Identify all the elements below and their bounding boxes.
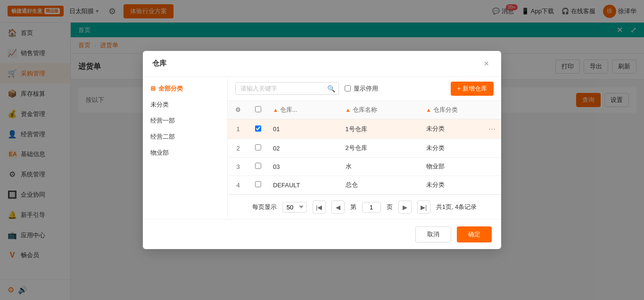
- category-dept1[interactable]: 经营一部: [143, 113, 227, 129]
- th-name: ▲ 仓库名称: [340, 101, 421, 119]
- th-settings: ⚙: [228, 101, 248, 119]
- modal-close-button[interactable]: ×: [481, 58, 492, 69]
- collapse-panel-button[interactable]: 《: [227, 141, 228, 156]
- show-disabled-label[interactable]: 显示停用: [345, 84, 378, 93]
- pagination-bar: 每页显示 50 10 20 100 |◀ ◀ 第 页 ▶ ▶| 共1页, 4条记…: [228, 194, 501, 219]
- row-checkbox-cell: [248, 176, 267, 194]
- row-checkbox-cell: [248, 139, 267, 158]
- table-row[interactable]: 4 DEFAULT 总仓 未分类: [228, 176, 501, 194]
- total-info: 共1页, 4条记录: [436, 203, 477, 211]
- row-code: 01: [267, 119, 340, 139]
- modal-header: 仓库 ×: [143, 51, 501, 77]
- row-checkbox[interactable]: [255, 181, 261, 187]
- category-unclassified[interactable]: 未分类: [143, 97, 227, 113]
- table-row[interactable]: 3 03 水 物业部: [228, 158, 501, 176]
- prev-page-button[interactable]: ◀: [331, 200, 345, 214]
- row-code: 03: [267, 158, 340, 176]
- modal-overlay[interactable]: 仓库 × ⊞ 全部分类 未分类 经营一部 经营二部: [0, 0, 644, 300]
- row-num: 1: [228, 119, 248, 139]
- th-code: ▲ 仓库...: [267, 101, 340, 119]
- search-icon[interactable]: 🔍: [327, 85, 335, 92]
- page-unit: 页: [387, 203, 393, 211]
- first-page-button[interactable]: |◀: [313, 200, 326, 214]
- row-checkbox-cell: [248, 158, 267, 176]
- table-row[interactable]: 2 02 2号仓库 未分类: [228, 139, 501, 158]
- modal-body: ⊞ 全部分类 未分类 经营一部 经营二部 物业部 《: [143, 77, 501, 220]
- row-name: 2号仓库: [340, 139, 421, 158]
- sort-icon-cat: ▲: [426, 107, 431, 113]
- row-category: 物业部: [421, 158, 501, 176]
- row-code: DEFAULT: [267, 176, 340, 194]
- sort-icon-name: ▲: [346, 107, 351, 113]
- category-all[interactable]: ⊞ 全部分类: [143, 81, 227, 97]
- per-page-select[interactable]: 50 10 20 100: [282, 202, 307, 213]
- th-category-label: 仓库分类: [433, 106, 458, 114]
- category-dept1-label: 经营一部: [150, 117, 175, 125]
- th-code-label: 仓库...: [280, 106, 297, 114]
- page-number-input[interactable]: [362, 202, 381, 213]
- category-property[interactable]: 物业部: [143, 145, 227, 161]
- modal-category-panel: ⊞ 全部分类 未分类 经营一部 经营二部 物业部 《: [143, 77, 228, 220]
- row-name: 1号仓库: [340, 119, 421, 139]
- modal-title: 仓库: [152, 59, 166, 68]
- th-checkbox: [248, 101, 267, 119]
- page-label: 第: [350, 203, 356, 211]
- show-disabled-text: 显示停用: [354, 84, 378, 93]
- row-category: 未分类···: [421, 119, 501, 139]
- warehouse-table: ⚙ ▲ 仓库... ▲: [228, 101, 501, 195]
- row-checkbox-cell: [248, 119, 267, 139]
- row-code: 02: [267, 139, 340, 158]
- th-category: ▲ 仓库分类: [421, 101, 501, 119]
- cancel-button[interactable]: 取消: [415, 226, 451, 242]
- row-name: 水: [340, 158, 421, 176]
- per-page-label: 每页显示: [252, 203, 277, 211]
- warehouse-table-wrap: ⚙ ▲ 仓库... ▲: [228, 101, 501, 195]
- row-checkbox[interactable]: [255, 125, 261, 132]
- row-checkbox[interactable]: [255, 144, 261, 150]
- modal-toolbar: 🔍 显示停用 + 新增仓库: [228, 77, 501, 101]
- category-unclassified-label: 未分类: [150, 100, 169, 109]
- category-dept2[interactable]: 经营二部: [143, 129, 227, 145]
- th-name-label: 仓库名称: [353, 106, 377, 114]
- add-warehouse-button[interactable]: + 新增仓库: [451, 82, 494, 96]
- category-grid-icon: ⊞: [150, 85, 156, 92]
- warehouse-modal: 仓库 × ⊞ 全部分类 未分类 经营一部 经营二部: [143, 51, 501, 250]
- show-disabled-checkbox[interactable]: [345, 85, 351, 92]
- table-header-row: ⚙ ▲ 仓库... ▲: [228, 101, 501, 119]
- category-dept2-label: 经营二部: [150, 133, 175, 141]
- row-category: 未分类: [421, 139, 501, 158]
- row-category: 未分类: [421, 176, 501, 194]
- modal-footer: 取消 确定: [143, 219, 501, 249]
- search-wrap: 🔍: [235, 82, 339, 95]
- table-row[interactable]: 1 01 1号仓库 未分类···: [228, 119, 501, 139]
- category-all-label: 全部分类: [158, 84, 183, 93]
- select-all-checkbox[interactable]: [255, 106, 261, 112]
- row-checkbox[interactable]: [255, 163, 261, 169]
- row-num: 4: [228, 176, 248, 194]
- row-action-dots[interactable]: ···: [488, 124, 495, 134]
- sort-icon: ▲: [273, 107, 278, 113]
- settings-col-icon: ⚙: [235, 106, 241, 113]
- row-num: 2: [228, 139, 248, 158]
- search-input[interactable]: [235, 82, 339, 95]
- next-page-button[interactable]: ▶: [398, 200, 412, 214]
- confirm-button[interactable]: 确定: [457, 226, 492, 242]
- last-page-button[interactable]: ▶|: [417, 200, 430, 214]
- category-property-label: 物业部: [150, 149, 169, 157]
- row-name: 总仓: [340, 176, 421, 194]
- modal-right-panel: 🔍 显示停用 + 新增仓库 ⚙: [228, 77, 501, 220]
- row-num: 3: [228, 158, 248, 176]
